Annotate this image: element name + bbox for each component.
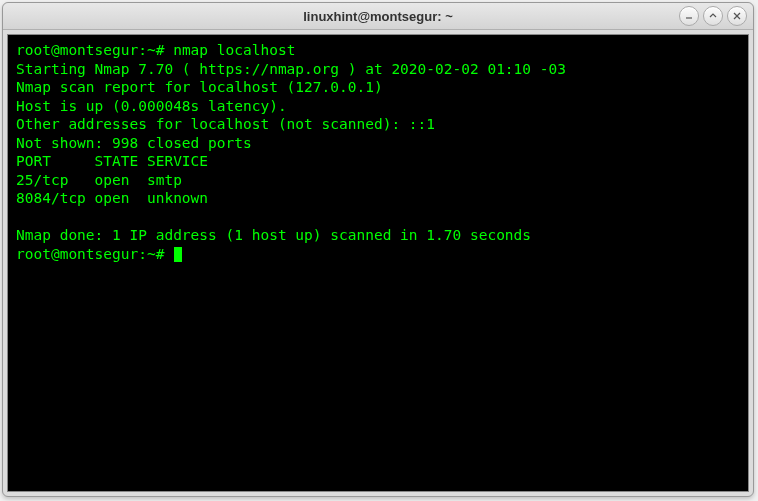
output-line: PORT STATE SERVICE xyxy=(16,153,208,169)
close-button[interactable] xyxy=(727,6,747,26)
output-line: 8084/tcp open unknown xyxy=(16,190,208,206)
maximize-icon xyxy=(709,12,717,20)
prompt-sep: : xyxy=(138,42,147,58)
prompt-symbol: # xyxy=(156,246,165,262)
prompt-sep: : xyxy=(138,246,147,262)
cursor xyxy=(174,247,182,262)
window-title: linuxhint@montsegur: ~ xyxy=(303,9,453,24)
output-line: Other addresses for localhost (not scann… xyxy=(16,116,435,132)
output-line: Nmap done: 1 IP address (1 host up) scan… xyxy=(16,227,531,243)
minimize-button[interactable] xyxy=(679,6,699,26)
terminal-window: linuxhint@montsegur: ~ root@montsegur:~#… xyxy=(2,2,754,497)
output-line: Starting Nmap 7.70 ( https://nmap.org ) … xyxy=(16,61,566,77)
close-icon xyxy=(733,12,741,20)
minimize-icon xyxy=(685,12,693,20)
prompt-path: ~ xyxy=(147,246,156,262)
window-controls xyxy=(679,6,747,26)
terminal-body[interactable]: root@montsegur:~# nmap localhost Startin… xyxy=(7,34,749,492)
maximize-button[interactable] xyxy=(703,6,723,26)
output-line: Host is up (0.000048s latency). xyxy=(16,98,287,114)
titlebar[interactable]: linuxhint@montsegur: ~ xyxy=(3,3,753,30)
prompt-userhost: root@montsegur xyxy=(16,42,138,58)
output-line: 25/tcp open smtp xyxy=(16,172,182,188)
command-text: nmap localhost xyxy=(173,42,295,58)
output-line: Not shown: 998 closed ports xyxy=(16,135,252,151)
prompt-path: ~ xyxy=(147,42,156,58)
prompt-symbol: # xyxy=(156,42,165,58)
output-line: Nmap scan report for localhost (127.0.0.… xyxy=(16,79,383,95)
prompt-userhost: root@montsegur xyxy=(16,246,138,262)
